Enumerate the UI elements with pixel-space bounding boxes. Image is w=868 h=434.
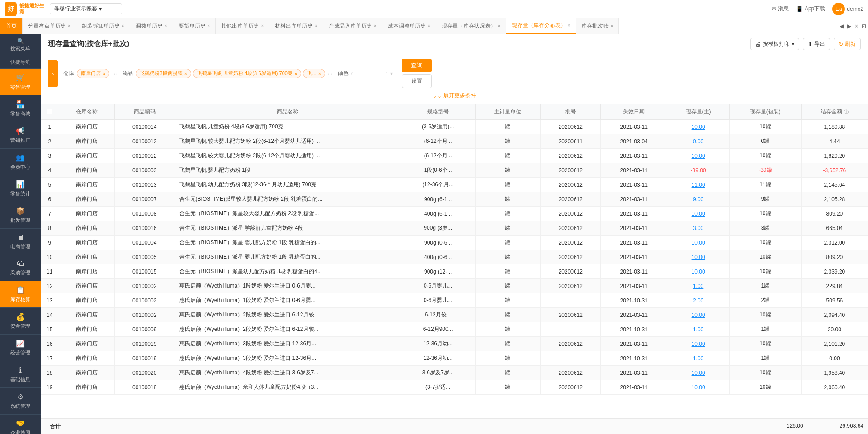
tab-xiancun2[interactable]: 现存量（库存分布表）×: [506, 18, 576, 34]
product-tag-2[interactable]: 飞鹤星飞帆 儿童奶粉 4段(3-6岁适用) 700克 ×: [193, 69, 301, 78]
cell-qty-main[interactable]: 10.00: [667, 264, 730, 279]
cell-qty-main[interactable]: 10.00: [667, 308, 730, 322]
warehouse-close-icon[interactable]: ×: [103, 71, 105, 76]
tab-xiancun1[interactable]: 现存量（库存状况表）×: [436, 18, 506, 34]
sidebar-item-retail-shop[interactable]: 🏪 零售商城: [0, 95, 41, 122]
sidebar-item-wholesale[interactable]: 📦 批发管理: [0, 202, 41, 229]
sidebar-item-purchase[interactable]: 🛍 采购管理: [0, 255, 41, 281]
qty-main-link[interactable]: 1.00: [693, 355, 703, 362]
message-btn[interactable]: ✉ 消息: [772, 5, 789, 13]
tab-prev-btn[interactable]: ◀: [838, 23, 845, 29]
table-wrapper[interactable]: 仓库名称 商品编码 商品名称 规格型号 主计量单位 批号 失效日期 现存量(主)…: [41, 104, 868, 418]
sidebar-item-retail-mgmt[interactable]: 🛒 零售管理: [0, 69, 41, 95]
tab-home[interactable]: 首页: [0, 18, 23, 34]
product-close-icon-2[interactable]: ×: [294, 71, 297, 76]
cell-qty-main[interactable]: 3.00: [667, 221, 730, 236]
cell-qty-main[interactable]: 0.00: [667, 134, 730, 149]
qty-main-link[interactable]: 1.00: [693, 283, 703, 289]
tab-cailiaochu[interactable]: 材料出库单历史 ×: [269, 18, 323, 34]
sidebar-item-inventory[interactable]: 📋 库存核算: [0, 281, 41, 308]
cell-qty-main[interactable]: 1.00: [667, 322, 730, 337]
qty-main-link[interactable]: 9.00: [693, 196, 703, 203]
tab-chanru[interactable]: 产成品入库单历史 ×: [323, 18, 382, 34]
tab-yaohuo[interactable]: 要货单历史 ×: [173, 18, 216, 34]
tab-menu-btn[interactable]: ⊡: [860, 23, 868, 29]
qty-main-link[interactable]: 10.00: [692, 370, 705, 376]
expand-sidebar-btn[interactable]: ›: [48, 60, 58, 87]
sidebar-item-finance[interactable]: 💰 资金管理: [0, 308, 41, 335]
qty-main-link[interactable]: 1.00: [693, 326, 703, 333]
close-icon[interactable]: ×: [165, 24, 167, 28]
cell-qty-main[interactable]: 10.00: [667, 380, 730, 395]
sidebar-item-member[interactable]: 👥 会员中心: [0, 149, 41, 175]
close-icon[interactable]: ×: [568, 23, 571, 28]
sidebar-item-retail-stats[interactable]: 📊 零售统计: [0, 175, 41, 202]
qty-main-link[interactable]: 10.00: [692, 240, 705, 246]
close-icon[interactable]: ×: [315, 24, 317, 28]
sidebar-item-marketing[interactable]: 📢 营销推广: [0, 122, 41, 149]
select-all-checkbox[interactable]: [47, 108, 52, 114]
product-tag-3[interactable]: 飞... ×: [303, 69, 325, 78]
qty-main-link[interactable]: 10.00: [692, 384, 705, 391]
app-download-btn[interactable]: 📱 App下载: [796, 5, 825, 13]
product-close-icon-3[interactable]: ×: [318, 71, 321, 76]
cell-qty-main[interactable]: 10.00: [667, 149, 730, 163]
sidebar-item-system[interactable]: ⚙ 系统管理: [0, 388, 41, 415]
close-icon[interactable]: ×: [208, 24, 210, 28]
product-close-icon-1[interactable]: ×: [184, 71, 187, 76]
org-selector[interactable]: 母婴行业演示账套 ▾: [50, 3, 122, 14]
close-icon[interactable]: ×: [374, 24, 377, 28]
qty-main-link[interactable]: 10.00: [692, 153, 705, 159]
sidebar-item-basic[interactable]: ℹ 基础信息: [0, 361, 41, 388]
tab-diaob[interactable]: 调拨单历史 ×: [130, 18, 173, 34]
close-icon[interactable]: ×: [122, 24, 124, 28]
expand-more-btn[interactable]: ⌄⌄ 展开更多条件: [433, 92, 476, 99]
cell-qty-main[interactable]: 10.00: [667, 207, 730, 221]
tab-qitachu[interactable]: 其他出库单历史 ×: [216, 18, 269, 34]
cell-qty-main[interactable]: 9.00: [667, 192, 730, 207]
close-icon[interactable]: ×: [428, 24, 430, 28]
cell-qty-main[interactable]: 10.00: [667, 337, 730, 351]
cell-qty-main[interactable]: 10.00: [667, 366, 730, 380]
cell-qty-main[interactable]: 10.00: [667, 250, 730, 264]
qty-main-link[interactable]: 10.00: [692, 254, 705, 260]
warehouse-more-icon[interactable]: ···: [112, 71, 117, 77]
template-print-btn[interactable]: 🖨 按模板打印 ▾: [750, 38, 799, 50]
tab-fenliang[interactable]: 分量盘点单历史 ×: [23, 18, 76, 34]
cell-qty-main[interactable]: 1.00: [667, 351, 730, 366]
tab-chengben[interactable]: 成本调整单历史 ×: [382, 18, 436, 34]
setting-btn[interactable]: 设置: [402, 74, 432, 88]
sidebar-item-ecommerce[interactable]: 🖥 电商管理: [0, 229, 41, 255]
cell-qty-main[interactable]: -39.00: [667, 163, 730, 178]
refresh-btn[interactable]: ↻ 刷新: [834, 38, 861, 50]
tab-pici[interactable]: 库存批次账 ×: [576, 18, 619, 34]
product-tag-1[interactable]: 飞鹤奶粉3段两提装 ×: [136, 69, 191, 78]
qty-main-link[interactable]: 10.00: [692, 341, 705, 347]
export-btn[interactable]: ⬆ 导出: [803, 38, 830, 50]
close-icon[interactable]: ×: [68, 24, 71, 28]
tab-next-btn[interactable]: ▶: [845, 23, 853, 29]
product-more-icon[interactable]: ···: [328, 71, 332, 77]
cell-qty-main[interactable]: 10.00: [667, 236, 730, 250]
warehouse-tag[interactable]: 南岸门店 ×: [77, 69, 109, 78]
qty-main-link[interactable]: 10.00: [692, 269, 705, 275]
sidebar-search-btn[interactable]: 🔍 搜索菜单: [0, 34, 41, 56]
query-btn[interactable]: 查询: [402, 59, 432, 72]
sidebar-item-operation[interactable]: 📈 经营管理: [0, 335, 41, 361]
cell-qty-main[interactable]: 1.00: [667, 279, 730, 293]
amount-info-icon[interactable]: ⓘ: [844, 109, 849, 114]
color-select[interactable]: [351, 72, 387, 75]
user-area[interactable]: Ea demo2: [832, 3, 863, 15]
close-icon[interactable]: ×: [498, 24, 500, 28]
qty-main-link[interactable]: 3.00: [693, 225, 703, 231]
cell-qty-main[interactable]: 2.00: [667, 293, 730, 308]
cell-qty-main[interactable]: 10.00: [667, 120, 730, 134]
qty-main-link[interactable]: 2.00: [693, 297, 703, 304]
qty-main-link[interactable]: 10.00: [692, 211, 705, 217]
close-icon[interactable]: ×: [261, 24, 264, 28]
close-icon[interactable]: ×: [610, 24, 613, 28]
qty-main-link[interactable]: 10.00: [692, 312, 705, 318]
cell-qty-main[interactable]: 11.00: [667, 178, 730, 192]
qty-main-link[interactable]: 11.00: [692, 182, 705, 188]
tab-close-all-btn[interactable]: ×: [853, 23, 860, 29]
